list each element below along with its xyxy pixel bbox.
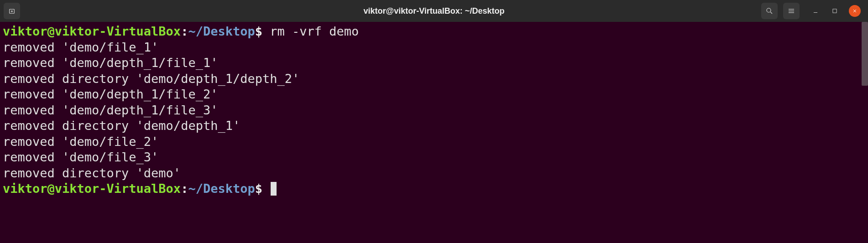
prompt-user-host: viktor@viktor-VirtualBox [3,24,181,38]
titlebar-left [4,3,20,19]
prompt-line-2: viktor@viktor-VirtualBox:~/Desktop$ [3,181,277,196]
window-titlebar: viktor@viktor-VirtualBox: ~/Desktop [0,0,868,22]
maximize-icon [831,8,838,14]
menu-button[interactable] [783,3,800,19]
new-tab-icon [8,7,16,15]
output-line: removed 'demo/file_2' [3,134,158,149]
svg-line-4 [770,12,772,14]
minimize-button[interactable] [810,6,821,16]
prompt-user-host: viktor@viktor-VirtualBox [3,181,181,196]
hamburger-icon [787,7,795,15]
search-button[interactable] [761,3,778,19]
window-title: viktor@viktor-VirtualBox: ~/Desktop [364,6,505,16]
svg-point-3 [767,8,771,12]
prompt-path: ~/Desktop [188,181,255,196]
output-line: removed directory 'demo' [3,166,181,180]
scrollbar-thumb[interactable] [862,22,868,86]
minimize-icon [812,8,819,14]
prompt-symbol: $ [255,181,262,196]
new-tab-button[interactable] [4,3,20,19]
close-icon [852,8,858,14]
prompt-separator: : [181,24,188,38]
svg-rect-9 [833,9,837,13]
output-line: removed 'demo/file_3' [3,150,158,164]
maximize-button[interactable] [830,6,840,16]
output-line: removed 'demo/depth_1/file_3' [3,103,218,117]
titlebar-right [761,3,864,19]
output-line: removed directory 'demo/depth_1/depth_2' [3,72,299,86]
output-line: removed 'demo/depth_1/file_1' [3,56,218,70]
prompt-path: ~/Desktop [188,24,255,38]
search-icon [765,7,774,15]
output-line: removed 'demo/depth_1/file_2' [3,87,218,101]
command-text: rm -vrf demo [262,24,359,38]
output-line: removed directory 'demo/depth_1' [3,119,240,133]
window-controls [810,5,861,17]
prompt-symbol: $ [255,24,262,38]
output-line: removed 'demo/file_1' [3,40,158,54]
prompt-line-1: viktor@viktor-VirtualBox:~/Desktop$ rm -… [3,24,359,38]
terminal-cursor [271,182,277,196]
terminal-body[interactable]: viktor@viktor-VirtualBox:~/Desktop$ rm -… [0,22,868,199]
prompt-separator: : [181,181,188,196]
close-button[interactable] [849,5,861,17]
